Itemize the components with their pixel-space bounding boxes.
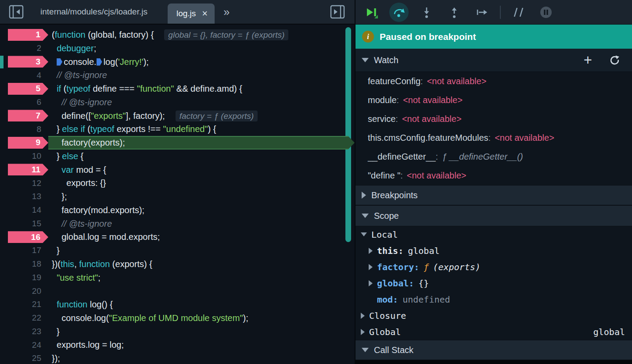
scope-variable-row[interactable]: mod:undefined xyxy=(356,291,632,307)
line-number-gutter[interactable]: 24 xyxy=(0,338,48,352)
breakpoint-gutter[interactable]: 9 xyxy=(0,136,48,150)
code-text[interactable]: // @ts-ignore xyxy=(48,68,355,82)
line-number-gutter[interactable]: 22 xyxy=(0,311,48,325)
line-number-gutter[interactable]: 2 xyxy=(0,42,48,55)
breakpoints-section-header[interactable]: Breakpoints xyxy=(356,185,632,205)
step-out-button[interactable] xyxy=(445,3,464,22)
breakpoint-badge[interactable]: 5 xyxy=(8,83,48,95)
breakpoint-badge[interactable]: 16 xyxy=(8,231,48,243)
line-number-gutter[interactable]: 19 xyxy=(0,271,48,285)
breakpoint-gutter[interactable]: 11 xyxy=(0,163,48,177)
breakpoint-badge[interactable]: 7 xyxy=(8,110,48,121)
scope-variable-row[interactable]: this:global xyxy=(356,243,632,259)
code-text[interactable]: exports.log = log; xyxy=(48,338,355,352)
line-number-gutter[interactable]: 20 xyxy=(0,284,48,298)
line-number-gutter[interactable]: 10 xyxy=(0,150,48,163)
code-token: mod = { xyxy=(74,165,106,175)
code-text[interactable]: define(["exports"], factory);factory = ƒ… xyxy=(48,109,355,123)
breakpoint-badge[interactable]: 11 xyxy=(8,164,48,175)
tab-log-js[interactable]: log.js × xyxy=(168,4,215,24)
code-text[interactable]: var mod = { xyxy=(48,163,355,177)
watch-expression-colon: : xyxy=(397,95,399,105)
code-text[interactable]: // @ts-ignore xyxy=(48,217,355,231)
code-text[interactable] xyxy=(48,284,355,298)
more-tabs-button[interactable]: » xyxy=(223,6,230,18)
code-token: (exports) { xyxy=(110,259,152,269)
pause-on-exceptions-button[interactable] xyxy=(536,3,556,22)
code-text[interactable]: (function (global, factory) {global = {}… xyxy=(48,28,355,42)
inline-breakpoint-icon[interactable] xyxy=(97,58,102,66)
expand-debug-panel-button[interactable] xyxy=(330,5,345,19)
line-number: 23 xyxy=(0,327,48,336)
paused-code-line[interactable]: factory(exports); xyxy=(48,136,355,150)
code-text[interactable]: } else if (typeof exports !== "undefined… xyxy=(48,122,355,136)
scope-variable-row[interactable]: factory:ƒ(exports) xyxy=(356,259,632,275)
code-line: 12 exports: {} xyxy=(0,176,355,190)
add-watch-expression-button[interactable]: + xyxy=(584,55,592,65)
line-number-gutter[interactable]: 23 xyxy=(0,325,48,339)
code-token xyxy=(52,219,61,228)
watch-expression[interactable]: service:<not available> xyxy=(356,110,632,128)
line-number-gutter[interactable]: 15 xyxy=(0,217,48,231)
close-tab-icon[interactable]: × xyxy=(202,9,208,18)
collapse-sources-panel-button[interactable] xyxy=(8,4,25,20)
line-number-gutter[interactable]: 18 xyxy=(0,257,48,271)
code-text[interactable]: }); xyxy=(48,352,355,364)
scope-variable-row[interactable]: global:{} xyxy=(356,275,632,291)
step-in-button[interactable] xyxy=(417,3,436,22)
breakpoint-gutter[interactable]: 7 xyxy=(0,109,48,123)
watch-section-header[interactable]: Watch + xyxy=(356,49,632,72)
watch-expression[interactable]: "define ":<not available> xyxy=(356,166,632,185)
watch-expression[interactable]: this.cmsConfig.featureModules:<not avail… xyxy=(356,128,632,147)
breakpoint-gutter[interactable]: 3 xyxy=(0,55,48,69)
step-forward-button[interactable] xyxy=(472,3,492,22)
callstack-section-header[interactable]: Call Stack xyxy=(356,340,632,360)
breakpoint-badge[interactable]: 3 xyxy=(8,56,48,68)
refresh-watch-button[interactable] xyxy=(609,54,621,66)
line-number-gutter[interactable]: 6 xyxy=(0,96,48,109)
line-number-gutter[interactable]: 17 xyxy=(0,244,48,257)
watch-expression[interactable]: module:<not available> xyxy=(356,91,632,110)
code-text[interactable]: exports: {} xyxy=(48,176,355,190)
code-text[interactable]: console.log('Jerry!'); xyxy=(48,55,355,69)
line-number-gutter[interactable]: 13 xyxy=(0,190,48,203)
breakpoint-gutter[interactable]: 1 xyxy=(0,28,48,42)
breakpoint-badge[interactable]: 1 xyxy=(8,29,48,41)
line-number-gutter[interactable]: 4 xyxy=(0,68,48,82)
inline-breakpoint-icon[interactable] xyxy=(57,58,62,66)
breakpoint-badge[interactable]: 9 xyxy=(8,137,48,149)
code-text[interactable]: } xyxy=(48,244,355,257)
code-text[interactable]: } xyxy=(48,325,355,339)
deactivate-breakpoints-button[interactable] xyxy=(509,3,528,22)
code-text[interactable]: console.log("Example of UMD module syste… xyxy=(48,311,355,325)
line-number-gutter[interactable]: 8 xyxy=(0,122,48,136)
watch-expression-name: service xyxy=(368,114,395,124)
resume-button[interactable] xyxy=(362,3,381,22)
code-text[interactable]: } else { xyxy=(48,150,355,163)
scope-local-row[interactable]: Local xyxy=(356,226,632,243)
line-number-gutter[interactable]: 12 xyxy=(0,176,48,190)
code-text[interactable]: debugger; xyxy=(48,42,355,55)
code-text[interactable]: factory(mod.exports); xyxy=(48,203,355,217)
watch-expression[interactable]: __defineGetter__:ƒ __defineGetter__() xyxy=(356,147,632,166)
editor[interactable]: 1(function (global, factory) {global = {… xyxy=(0,25,355,364)
watch-expression[interactable]: featureConfig:<not available> xyxy=(356,72,632,91)
line-number-gutter[interactable]: 14 xyxy=(0,203,48,217)
breakpoint-gutter[interactable]: 16 xyxy=(0,230,48,244)
code-text[interactable]: global.log = mod.exports; xyxy=(48,230,355,244)
code-text[interactable]: // @ts-ignore xyxy=(48,96,355,109)
line-number-gutter[interactable]: 25 xyxy=(0,352,48,364)
code-text[interactable]: }; xyxy=(48,190,355,203)
line-number-gutter[interactable]: 21 xyxy=(0,298,48,311)
code-text[interactable]: })(this, function (exports) { xyxy=(48,257,355,271)
breakpoint-gutter[interactable]: 5 xyxy=(0,82,48,96)
scope-closure-row[interactable]: Closure xyxy=(356,307,632,324)
chevron-down-icon xyxy=(362,214,369,218)
code-text[interactable]: function log() { xyxy=(48,298,355,311)
code-text[interactable]: "use strict"; xyxy=(48,271,355,285)
step-over-button[interactable] xyxy=(389,3,409,22)
scope-global-row[interactable]: Global global xyxy=(356,324,632,340)
scope-section-header[interactable]: Scope xyxy=(356,205,632,226)
code-text[interactable]: if (typeof define === "function" && defi… xyxy=(48,82,355,96)
tab-loader-js[interactable]: internal/modules/cjs/loader.js xyxy=(29,7,159,17)
